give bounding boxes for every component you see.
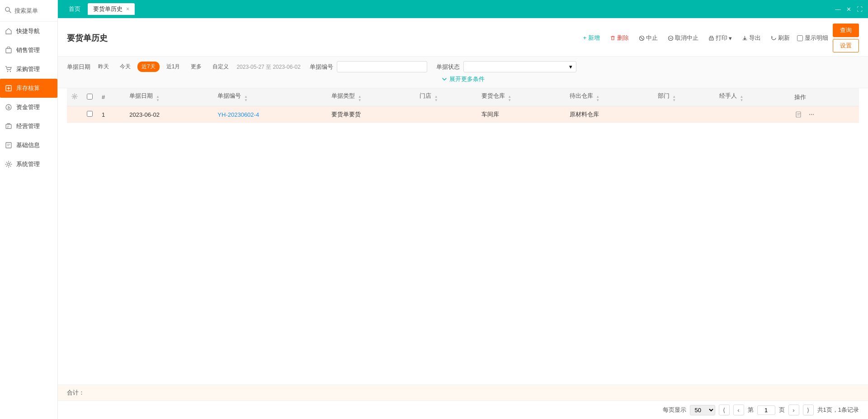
- page-area: 要货单历史 + 新增 删除 中止 取消中止: [58, 18, 868, 419]
- top-nav-right: — ✕ ⛶: [835, 6, 863, 13]
- svg-point-18: [811, 114, 811, 115]
- page-header: 要货单历史 + 新增 删除 中止 取消中止: [58, 18, 868, 57]
- prev-page-btn[interactable]: ‹: [733, 405, 744, 415]
- export-button[interactable]: 导出: [739, 32, 764, 44]
- table-header-row: # 单据日期 ▲▼ 单据编号 ▲▼ 单据类型 ▲▼: [67, 88, 859, 106]
- sidebar-item-purchase[interactable]: 采购管理: [0, 60, 57, 79]
- print-button[interactable]: 打印 ▾: [706, 32, 735, 44]
- date-btn-7days[interactable]: 近7天: [137, 62, 160, 72]
- page-title: 要货单历史: [67, 33, 108, 43]
- stop-button[interactable]: 中止: [636, 32, 660, 44]
- refresh-button[interactable]: 刷新: [768, 32, 793, 44]
- sidebar-item-base-info[interactable]: 基础信息: [0, 136, 57, 155]
- filter-doc-date: 单据日期 昨天 今天 近7天 近1月 更多 自定义 2023-05-27 至 2…: [67, 62, 301, 72]
- query-button[interactable]: 查询: [833, 24, 859, 37]
- expand-more-btn[interactable]: 展开更多条件: [67, 75, 859, 83]
- sidebar-item-finance[interactable]: 资金管理: [0, 98, 57, 117]
- doc-no-link[interactable]: YH-20230602-4: [217, 111, 259, 118]
- last-page-btn[interactable]: ⟩: [803, 405, 814, 415]
- tab-history[interactable]: 要货单历史 ×: [88, 3, 135, 15]
- row-checkbox[interactable]: [87, 111, 93, 117]
- td-settings: [67, 106, 82, 123]
- sidebar-item-system[interactable]: 系统管理: [0, 155, 57, 174]
- tab-close-icon[interactable]: ×: [126, 6, 129, 12]
- sidebar-item-label: 系统管理: [16, 160, 40, 168]
- date-btn-today[interactable]: 今天: [116, 62, 135, 72]
- date-btn-yesterday[interactable]: 昨天: [94, 62, 113, 72]
- th-doc-type[interactable]: 单据类型 ▲▼: [327, 88, 415, 106]
- settings-button[interactable]: 设置: [833, 39, 859, 52]
- data-table: # 单据日期 ▲▼ 单据编号 ▲▼ 单据类型 ▲▼: [67, 88, 859, 123]
- date-btn-1month[interactable]: 近1月: [162, 62, 184, 72]
- purchase-icon: [5, 65, 13, 73]
- doc-no-input[interactable]: [337, 61, 427, 72]
- row-edit-icon[interactable]: [794, 110, 803, 119]
- date-btn-custom[interactable]: 自定义: [208, 62, 233, 72]
- sidebar: 搜索菜单 快捷导航 销售管理 采购管理 库存核算: [0, 0, 58, 419]
- tab-home-label: 首页: [69, 5, 80, 13]
- th-doc-date[interactable]: 单据日期 ▲▼: [125, 88, 213, 106]
- sidebar-item-label: 快捷导航: [16, 27, 40, 35]
- td-doc-no: YH-20230602-4: [213, 106, 327, 123]
- tab-history-label: 要货单历史: [93, 5, 123, 13]
- show-detail-checkbox[interactable]: 显示明细: [797, 34, 828, 42]
- sidebar-search-label: 搜索菜单: [14, 7, 38, 15]
- page-label: 第: [748, 406, 754, 414]
- sidebar-item-operation[interactable]: 经营管理: [0, 117, 57, 136]
- date-btn-more[interactable]: 更多: [187, 62, 206, 72]
- th-checkbox: [82, 88, 97, 106]
- td-doc-type: 要货单要货: [327, 106, 415, 123]
- summary-label: 合计：: [67, 389, 85, 397]
- th-pending-warehouse[interactable]: 待出仓库 ▲▼: [565, 88, 653, 106]
- sidebar-item-label: 资金管理: [16, 103, 40, 111]
- svg-point-0: [5, 7, 9, 11]
- delete-button[interactable]: 删除: [607, 32, 632, 44]
- home-icon: [5, 27, 13, 35]
- th-shop[interactable]: 门店 ▲▼: [415, 88, 476, 106]
- th-handler[interactable]: 经手人 ▲▼: [715, 88, 790, 106]
- page-size-select[interactable]: 50 10 20 100: [690, 405, 715, 415]
- svg-point-4: [10, 71, 11, 72]
- th-doc-no[interactable]: 单据编号 ▲▼: [213, 88, 327, 106]
- new-button[interactable]: + 新增: [580, 32, 603, 44]
- show-detail-input[interactable]: [797, 35, 803, 41]
- sidebar-item-quick-nav[interactable]: 快捷导航: [0, 22, 57, 41]
- select-all-checkbox[interactable]: [87, 94, 93, 100]
- sidebar-item-sales[interactable]: 销售管理: [0, 41, 57, 60]
- sidebar-search[interactable]: 搜索菜单: [0, 0, 57, 22]
- operation-icon: [5, 122, 13, 130]
- td-req-warehouse: 车间库: [477, 106, 565, 123]
- next-page-btn[interactable]: ›: [788, 405, 799, 415]
- print-dropdown-icon[interactable]: ▾: [729, 35, 732, 42]
- window-expand-icon[interactable]: ⛶: [857, 6, 863, 13]
- td-pending-warehouse: 原材料仓库: [565, 106, 653, 123]
- first-page-btn[interactable]: ⟨: [719, 405, 730, 415]
- th-department[interactable]: 部门 ▲▼: [653, 88, 715, 106]
- page-input[interactable]: [757, 405, 775, 415]
- th-req-warehouse[interactable]: 要货仓库 ▲▼: [477, 88, 565, 106]
- svg-point-15: [74, 95, 75, 97]
- sidebar-item-label: 销售管理: [16, 46, 40, 54]
- svg-rect-14: [710, 38, 712, 39]
- cancel-stop-button[interactable]: 取消中止: [665, 32, 701, 44]
- tab-home[interactable]: 首页: [63, 3, 86, 15]
- th-operation: 操作: [790, 88, 859, 106]
- base-info-icon: [5, 141, 13, 149]
- inventory-icon: [5, 84, 13, 92]
- svg-rect-2: [6, 48, 11, 53]
- th-settings[interactable]: [67, 88, 82, 106]
- window-close-icon[interactable]: ✕: [846, 6, 851, 13]
- doc-status-select[interactable]: ▾: [463, 61, 576, 72]
- td-checkbox: [82, 106, 97, 123]
- td-operation: [790, 106, 859, 123]
- toolbar: + 新增 删除 中止 取消中止 打印: [580, 24, 859, 52]
- doc-date-label: 单据日期: [67, 63, 90, 71]
- filter-doc-status: 单据状态 ▾: [436, 61, 576, 72]
- table-area: # 单据日期 ▲▼ 单据编号 ▲▼ 单据类型 ▲▼: [58, 88, 868, 385]
- row-more-icon[interactable]: [807, 110, 816, 119]
- sidebar-item-inventory[interactable]: 库存核算: [0, 79, 57, 98]
- sales-icon: [5, 46, 13, 54]
- date-filters: 昨天 今天 近7天 近1月 更多 自定义: [94, 62, 233, 72]
- window-minimize-icon[interactable]: —: [835, 6, 841, 13]
- table-row: 1 2023-06-02 YH-20230602-4 要货单要货 车间库 原材料…: [67, 106, 859, 123]
